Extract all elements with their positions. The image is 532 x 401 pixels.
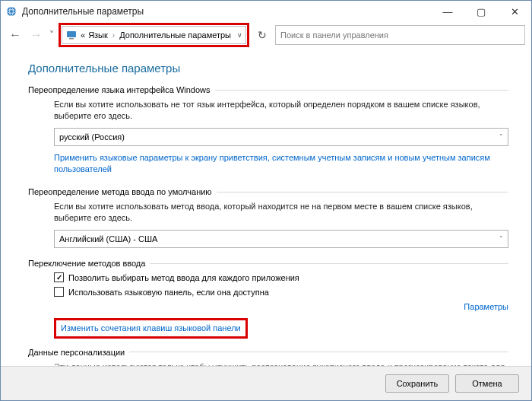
svg-point-0 (7, 7, 16, 16)
per-app-checkbox-row: Позволить выбирать метод ввода для каждо… (54, 272, 508, 282)
section-label: Переключение методов ввода (28, 259, 145, 268)
control-panel-icon (65, 29, 78, 41)
default-input-method-select[interactable]: Английский (США) - США ˅ (54, 230, 508, 248)
select-value: русский (Россия) (59, 132, 125, 142)
refresh-button[interactable]: ↻ (254, 27, 271, 43)
window-title: Дополнительные параметры (22, 6, 144, 17)
display-language-select[interactable]: русский (Россия) ˅ (54, 128, 508, 146)
history-dropdown[interactable]: ˅ (49, 30, 54, 40)
input-override-desc: Если вы хотите использовать метод ввода,… (54, 201, 508, 224)
section-label: Переопределение метода ввода по умолчани… (28, 187, 212, 196)
content-area: Дополнительные параметры Переопределение… (1, 48, 531, 366)
breadcrumb-language[interactable]: Язык (88, 30, 108, 40)
section-label: Переопределение языка интерфейса Windows (28, 85, 211, 94)
section-rule (150, 263, 508, 264)
svg-rect-4 (69, 38, 74, 40)
app-icon (5, 5, 17, 18)
search-input[interactable]: Поиск в панели управления (275, 25, 525, 45)
section-rule (129, 352, 508, 352)
langbar-options-link[interactable]: Параметры (464, 301, 508, 313)
maximize-button[interactable]: ▢ (464, 1, 498, 22)
forward-button[interactable]: → (28, 27, 45, 43)
section-input-override: Переопределение метода ввода по умолчани… (28, 187, 508, 196)
save-button[interactable]: Сохранить (385, 374, 449, 393)
breadcrumb-sep: › (112, 31, 115, 40)
close-button[interactable]: ✕ (498, 1, 531, 22)
hotkeys-highlight: Изменить сочетания клавиш языковой панел… (54, 318, 248, 339)
section-switch-methods: Переключение методов ввода (28, 259, 508, 268)
breadcrumb-highlight: « Язык › Дополнительные параметры ∨ (59, 23, 249, 47)
apply-to-welcome-link[interactable]: Применить языковые параметры к экрану пр… (54, 152, 508, 176)
langbar-checkbox[interactable] (54, 287, 64, 297)
breadcrumb-prefix: « (81, 30, 85, 40)
nav-toolbar: ← → ˅ « Язык › Дополнительные параметры … (1, 22, 531, 48)
chevron-down-icon: ˅ (499, 133, 503, 141)
control-panel-window: Дополнительные параметры — ▢ ✕ ← → ˅ « Я… (0, 0, 532, 401)
breadcrumb-current[interactable]: Дополнительные параметры (119, 30, 231, 40)
svg-rect-3 (67, 31, 76, 37)
langbar-checkbox-row: Использовать языковую панель, если она д… (54, 287, 508, 297)
footer-bar: Сохранить Отмена (1, 366, 531, 400)
section-rule (215, 90, 508, 91)
titlebar: Дополнительные параметры — ▢ ✕ (1, 1, 531, 22)
chevron-down-icon: ˅ (499, 235, 503, 243)
section-rule (217, 192, 508, 193)
minimize-button[interactable]: — (431, 1, 464, 22)
checkbox-label: Позволить выбирать метод ввода для каждо… (68, 273, 299, 282)
lang-override-desc: Если вы хотите использовать не тот язык … (54, 99, 508, 122)
section-lang-override: Переопределение языка интерфейса Windows (28, 85, 508, 94)
window-controls: — ▢ ✕ (431, 1, 531, 22)
back-button[interactable]: ← (7, 27, 24, 43)
cancel-button[interactable]: Отмена (455, 374, 519, 393)
section-label: Данные персонализации (28, 348, 125, 357)
per-app-checkbox[interactable] (54, 272, 64, 282)
change-hotkeys-link[interactable]: Изменить сочетания клавиш языковой панел… (61, 323, 241, 334)
address-dropdown-icon[interactable]: ∨ (237, 31, 242, 39)
page-title: Дополнительные параметры (28, 62, 508, 75)
section-personalization: Данные персонализации (28, 348, 508, 357)
address-bar[interactable]: « Язык › Дополнительные параметры ∨ (62, 26, 246, 44)
select-value: Английский (США) - США (59, 234, 157, 243)
checkbox-label: Использовать языковую панель, если она д… (68, 288, 269, 297)
